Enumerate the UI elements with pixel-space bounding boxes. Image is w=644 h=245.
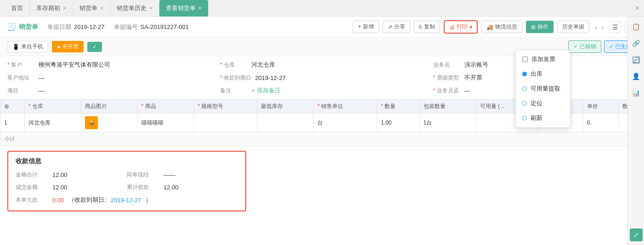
col-pack: 包装数量	[419, 100, 476, 114]
owed-date: 2019-12-27	[111, 197, 141, 204]
sidebar-icon-expand[interactable]: ⤢	[630, 228, 643, 241]
salesman-value: —	[464, 87, 470, 94]
main-container: 🧾 销货单 单据日期 2019-12-27 单据编号 SA-20191227-0…	[0, 17, 644, 245]
not-opened-btn[interactable]: ● 未开票	[52, 41, 84, 52]
tab-bar-close[interactable]: ×	[635, 4, 639, 12]
warehouse-value: 河北仓库	[251, 61, 275, 69]
from-phone-btn[interactable]: 📱 来自手机	[7, 41, 48, 52]
tab-home[interactable]: 首页	[5, 0, 30, 17]
dropdown-add-invoice[interactable]: 添加发票	[516, 52, 570, 67]
sidebar-icon-2[interactable]: 🔗	[630, 37, 643, 50]
same-order-value: ——	[164, 171, 175, 178]
payment-box-title: 收款信息	[16, 157, 238, 165]
address-row: 客户地址 —	[7, 74, 211, 82]
owed-suffix2: ）	[146, 196, 152, 204]
ticket-icon: ●	[57, 44, 60, 50]
project-row: 项目 —	[7, 86, 211, 95]
tab-inventory-close[interactable]: ×	[63, 5, 66, 11]
ticket-type-label: 票据类型	[433, 74, 461, 82]
cell-spec	[194, 114, 257, 132]
sidebar-icon-1[interactable]: 📋	[630, 20, 643, 33]
doc-date-item: 单据日期 2019-12-27	[47, 23, 105, 31]
check-icon: ✓	[92, 44, 97, 50]
dropdown-locate[interactable]: 定位	[516, 96, 570, 111]
cell-min-stock	[257, 114, 314, 132]
owed-row: 本单欠款 0.00 （收款到期日: 2019-12-27 ）	[16, 195, 238, 205]
doc-title: 🧾 销货单	[7, 23, 38, 31]
cell-product: 嘻嘻嘻嘻	[137, 114, 194, 132]
customer-label: 客户	[7, 61, 35, 69]
payment-date-label: 收款到期日	[220, 74, 251, 82]
product-image: 📦	[85, 116, 98, 129]
col-settings[interactable]: ⚙	[0, 100, 25, 114]
col-spec: * 规格型号	[194, 100, 257, 114]
tab-view-sales-close[interactable]: ×	[198, 5, 202, 11]
payment-date-row: 收款到期日 2019-12-27	[220, 74, 424, 82]
deal-amount-value: 12.00	[52, 184, 68, 191]
add-invoice-icon	[522, 57, 528, 62]
col-img: 商品图片	[81, 100, 137, 114]
share-icon: ↗	[388, 24, 392, 30]
locate-icon	[522, 101, 527, 106]
project-label: 项目	[7, 87, 35, 95]
deal-amount-label: 成交金额	[16, 183, 48, 191]
sidebar-icon-5[interactable]: 📊	[630, 86, 643, 99]
subtotal-cell: 小计	[0, 132, 644, 146]
copy-icon: ⎘	[419, 24, 422, 30]
dropdown-menu: 添加发票 出库 可用量提取 定位 刷新	[515, 50, 571, 128]
print-icon: 🖨	[449, 24, 455, 30]
col-min-stock: 最低库存	[257, 100, 314, 114]
nav-prev[interactable]: ‹	[593, 23, 599, 32]
nav-next[interactable]: ›	[599, 23, 605, 32]
address-value: —	[39, 74, 45, 81]
payment-date-value: 2019-12-27	[255, 74, 286, 81]
copy-button[interactable]: ⎘ 复制	[414, 21, 440, 33]
dropdown-outbound[interactable]: 出库	[516, 67, 570, 81]
ticket-type-value: 不开票	[464, 74, 482, 82]
tab-inventory[interactable]: 库存期初 ×	[30, 0, 73, 17]
tab-sales-history-close[interactable]: ×	[149, 5, 153, 11]
sidebar-icon-3[interactable]: 🔄	[630, 53, 643, 66]
col-price: 单价	[583, 100, 618, 114]
dropdown-available-extract[interactable]: 可用量提取	[516, 81, 570, 96]
cumulative-label: 累计收款	[127, 183, 159, 191]
deal-amount-row: 成交金额 12.00	[16, 182, 127, 192]
cell-pack: 1台	[419, 114, 476, 132]
cumulative-row: 累计收款 12.00	[127, 182, 238, 192]
dropdown-refresh[interactable]: 刷新	[516, 111, 570, 125]
col-qty: * 数量	[377, 100, 420, 114]
cell-qty: 1.00	[377, 114, 420, 132]
cell-warehouse: 河北仓库	[24, 114, 81, 132]
doc-title-icon: 🧾	[7, 23, 17, 31]
sidebar-icon-4[interactable]: 👤	[630, 70, 643, 83]
customer-value: 柳州粤港平安气体有限公司	[39, 61, 110, 69]
warehouse-label: 仓库	[220, 61, 248, 69]
new-button[interactable]: + 新增	[353, 21, 378, 33]
note-row: 备注 + 添加备注	[220, 86, 424, 95]
print-button[interactable]: 🖨 打印 ▾	[444, 20, 478, 34]
print-dropdown-icon: ▾	[469, 24, 472, 30]
tab-sales[interactable]: 销货单 ×	[73, 0, 110, 17]
tab-sales-history[interactable]: 销货单历史 ×	[110, 0, 159, 17]
tab-sales-close[interactable]: ×	[100, 5, 103, 11]
logistics-button[interactable]: 🚚 物流信息	[481, 21, 522, 33]
operate-button[interactable]: ⊞ 操作	[526, 21, 554, 33]
history-button[interactable]: 历史单据	[557, 21, 589, 33]
share-button[interactable]: ↗ 分享	[383, 21, 410, 33]
payment-box: 收款信息 金额合计 12.00 同单现结 —— 成交金额 12.00 累计收款 …	[7, 151, 246, 211]
sold-off-btn[interactable]: ✓ 已核销	[568, 40, 601, 53]
address-label: 客户地址	[7, 74, 35, 82]
owed-value: 0.00	[52, 197, 64, 204]
total-label: 金额合计	[16, 171, 48, 179]
add-note-btn[interactable]: + 添加备注	[251, 86, 280, 95]
total-row: 金额合计 12.00	[16, 170, 127, 180]
doc-no-item: 单据编号 SA-20191227-001	[114, 23, 189, 31]
tab-view-sales[interactable]: 查看销货单 ×	[159, 0, 209, 17]
project-value: —	[39, 87, 45, 94]
active-icon: ✓	[609, 43, 614, 50]
cell-index: 1	[0, 114, 25, 132]
note-label: 备注	[220, 87, 248, 95]
outbound-icon	[522, 72, 527, 76]
check-btn[interactable]: ✓	[87, 42, 102, 52]
view-list-btn[interactable]: ☰	[609, 21, 621, 33]
